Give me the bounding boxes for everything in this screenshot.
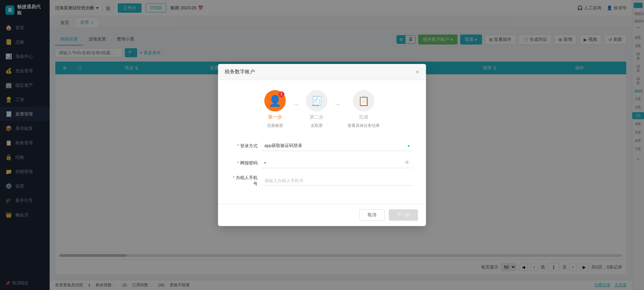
- step-2-desc: 去取票: [311, 123, 323, 129]
- modal-title: 税务数字账户: [225, 69, 255, 75]
- step-1-desc: 完善账密: [267, 123, 283, 129]
- step-2-label: 第二步: [310, 114, 324, 120]
- phone-label: * 办税人手机号: [231, 175, 262, 187]
- step-2-icon: 🧾: [306, 90, 327, 112]
- modal-close-btn[interactable]: ×: [416, 69, 419, 75]
- modal-footer: 取消 下一步: [218, 204, 426, 226]
- step-3-label: 完成: [359, 114, 368, 120]
- password-row: * 网报密码 👁: [231, 158, 413, 168]
- step-1-error-badge: !: [278, 91, 284, 97]
- step-1-label: 第一步: [268, 114, 282, 120]
- step-3-desc: 查看具体任务结果: [347, 123, 380, 129]
- phone-input[interactable]: [262, 176, 413, 186]
- toggle-password-icon[interactable]: 👁: [405, 160, 410, 166]
- cancel-button[interactable]: 取消: [359, 209, 385, 221]
- login-method-dropdown-icon: ▾: [408, 143, 410, 148]
- login-method-select[interactable]: app获取验证码登录 ▾: [262, 141, 413, 151]
- step-1: 👤 ! 第一步 完善账密: [264, 90, 286, 129]
- steps-indicator: 👤 ! 第一步 完善账密 → 🧾 第二步 去取票 →: [231, 90, 413, 129]
- login-method-label: * 登录方式: [231, 143, 262, 149]
- step-2: 🧾 第二步 去取票: [306, 90, 327, 129]
- step-3-clipboard-icon: 📋: [358, 95, 370, 106]
- password-input[interactable]: [264, 160, 405, 165]
- modal-header: 税务数字账户 ×: [218, 64, 426, 80]
- login-method-row: * 登录方式 app获取验证码登录 ▾: [231, 141, 413, 151]
- password-label: * 网报密码: [231, 160, 262, 166]
- step-arrow-1: →: [286, 100, 306, 108]
- next-button[interactable]: 下一步: [389, 209, 418, 221]
- step-arrow-2: →: [327, 100, 347, 108]
- tax-digital-modal: 税务数字账户 × 👤 ! 第一步 完善账密 →: [218, 64, 426, 226]
- step-2-receipt-icon: 🧾: [311, 95, 323, 106]
- step-1-icon: 👤 !: [264, 90, 286, 112]
- modal-body: 👤 ! 第一步 完善账密 → 🧾 第二步 去取票 →: [218, 80, 426, 204]
- modal-overlay: 税务数字账户 × 👤 ! 第一步 完善账密 →: [0, 0, 644, 290]
- step-3-icon: 📋: [353, 90, 374, 112]
- password-input-wrap: 👁: [262, 158, 413, 168]
- step-3: 📋 完成 查看具体任务结果: [347, 90, 380, 129]
- phone-row: * 办税人手机号: [231, 175, 413, 187]
